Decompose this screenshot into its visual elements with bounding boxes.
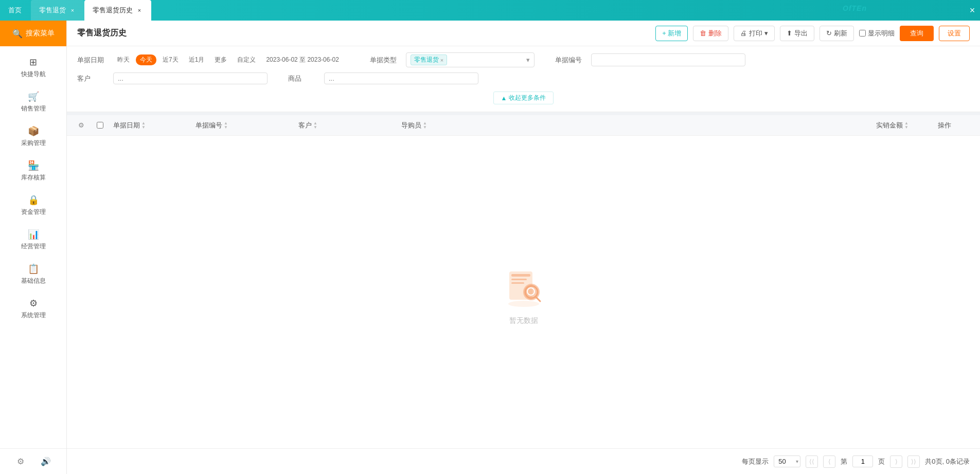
retail-return-close-icon[interactable]: ×: [69, 7, 76, 14]
th-date-label: 单据日期: [113, 121, 140, 130]
tab-bar: 首页 零售退货 × 零售退货历史 ×: [0, 0, 965, 21]
customer-input[interactable]: [113, 72, 268, 84]
export-label: 导出: [794, 29, 808, 38]
refresh-button[interactable]: ↻ 刷新: [819, 26, 854, 41]
th-guide[interactable]: 导购员 ▲▼: [397, 121, 474, 130]
th-amount-label: 实销金额: [876, 121, 903, 130]
goods-search-input[interactable]: [329, 75, 415, 82]
sidebar-audio-button[interactable]: 🔊: [38, 454, 54, 469]
doc-type-tag-remove[interactable]: ×: [440, 57, 443, 63]
th-ops-label: 操作: [938, 121, 951, 130]
date-range-display: 2023-06-02 至 2023-06-02: [266, 56, 338, 64]
th-code-sort-icon[interactable]: ▲▼: [224, 121, 228, 130]
ops-mgmt-icon: 📊: [28, 229, 39, 240]
th-code[interactable]: 单据编号 ▲▼: [191, 121, 294, 130]
th-amount[interactable]: 实销金额 ▲▼: [872, 121, 934, 130]
doc-type-input[interactable]: 零售退货 × ▾: [406, 52, 534, 67]
filter-row-date: 单据日期 昨天 今天 近7天 近1月 更多 自定义 2023-06-02 至 2…: [77, 52, 970, 67]
page-header: 零售退货历史 + 新增 🗑 删除 🖨 打印 ▾ ⬆ 导出 ↻ 刷新: [67, 21, 980, 46]
th-amount-sort-icon[interactable]: ▲▼: [904, 121, 908, 130]
sidebar-item-label-purchase-mgmt: 采购管理: [21, 139, 46, 148]
sys-mgmt-icon: ⚙: [28, 298, 39, 309]
sidebar-item-label-sys-mgmt: 系统管理: [21, 311, 46, 320]
sidebar-settings-icon: ⚙: [17, 457, 24, 466]
th-date-sort-icon[interactable]: ▲▼: [141, 121, 146, 130]
table-settings-icon[interactable]: ⚙: [72, 121, 91, 129]
settings-button[interactable]: 设置: [939, 26, 970, 41]
display-detail-checkbox[interactable]: 显示明细: [859, 29, 895, 38]
export-button[interactable]: ⬆ 导出: [780, 26, 814, 41]
tab-retail-return[interactable]: 零售退货 ×: [31, 0, 84, 21]
sidebar-item-fund-mgmt[interactable]: 🔒 资金管理: [0, 188, 66, 223]
sidebar-item-sys-mgmt[interactable]: ⚙ 系统管理: [0, 291, 66, 326]
sidebar: 🔍 搜索菜单 ⊞ 快捷导航 🛒 销售管理 📦 采购管理 🏪 库存核算 🔒: [0, 21, 67, 474]
doc-no-input[interactable]: [591, 53, 745, 66]
print-button[interactable]: 🖨 打印 ▾: [734, 26, 775, 41]
filter-area: 单据日期 昨天 今天 近7天 近1月 更多 自定义 2023-06-02 至 2…: [67, 46, 980, 112]
th-date[interactable]: 单据日期 ▲▼: [109, 121, 191, 130]
fund-mgmt-icon: 🔒: [28, 194, 39, 206]
per-page-select[interactable]: 50 10 20 100: [774, 455, 800, 467]
sidebar-item-base-info[interactable]: 📋 基础信息: [0, 257, 66, 291]
retail-return-history-tab-label: 零售退货历史: [93, 6, 133, 15]
print-label: 打印: [749, 29, 762, 38]
sidebar-item-label-quick-nav: 快捷导航: [21, 70, 46, 79]
collapse-button[interactable]: ▲ 收起更多条件: [493, 92, 554, 104]
sidebar-settings-button[interactable]: ⚙: [13, 454, 28, 469]
per-page-label: 每页显示: [742, 457, 769, 466]
display-detail-label: 显示明细: [868, 29, 895, 38]
customer-search-input[interactable]: [118, 75, 204, 82]
display-detail-input[interactable]: [859, 30, 866, 37]
sidebar-bottom: ⚙ 🔊: [0, 448, 66, 474]
sidebar-item-label-sales-mgmt: 销售管理: [21, 104, 46, 113]
date-option-custom[interactable]: 自定义: [233, 54, 260, 65]
first-page-button[interactable]: ⟨⟨: [806, 455, 818, 468]
collapse-label: 收起更多条件: [509, 94, 546, 102]
sidebar-item-quick-nav[interactable]: ⊞ 快捷导航: [0, 50, 66, 85]
date-option-more[interactable]: 更多: [210, 54, 231, 65]
sidebar-item-purchase-mgmt[interactable]: 📦 采购管理: [0, 119, 66, 154]
th-customer[interactable]: 客户 ▲▼: [294, 121, 397, 130]
last-page-button[interactable]: ⟩⟩: [907, 455, 920, 468]
sidebar-audio-icon: 🔊: [41, 457, 51, 466]
date-option-today[interactable]: 今天: [136, 54, 156, 65]
quick-nav-icon: ⊞: [28, 57, 39, 68]
date-option-last7[interactable]: 近7天: [158, 54, 183, 65]
query-button[interactable]: 查询: [900, 26, 934, 41]
table-select-all-col[interactable]: [91, 122, 109, 129]
pagination: 每页显示 50 10 20 100 ▾ ⟨⟨ ⟨ 第 页 ⟩ ⟩⟩ 共0页: [67, 448, 980, 474]
retail-return-history-close-icon[interactable]: ×: [136, 7, 143, 14]
th-customer-sort-icon[interactable]: ▲▼: [313, 121, 317, 130]
window-close-button[interactable]: ×: [965, 3, 980, 18]
doc-type-chevron-icon: ▾: [526, 56, 530, 64]
page-number-input[interactable]: [852, 455, 873, 467]
tab-home[interactable]: 首页: [0, 0, 30, 21]
select-all-checkbox[interactable]: [97, 122, 103, 129]
delete-button[interactable]: 🗑 删除: [693, 26, 728, 41]
svg-point-0: [508, 301, 539, 307]
print-chevron-icon: ▾: [764, 29, 768, 37]
th-guide-sort-icon[interactable]: ▲▼: [423, 121, 427, 130]
main-layout: 🔍 搜索菜单 ⊞ 快捷导航 🛒 销售管理 📦 采购管理 🏪 库存核算 🔒: [0, 21, 980, 474]
date-option-yesterday[interactable]: 昨天: [113, 54, 134, 65]
tab-retail-return-history[interactable]: 零售退货历史 ×: [84, 0, 151, 21]
th-ops: 操作: [934, 121, 975, 130]
date-filter-label: 单据日期: [77, 56, 113, 65]
sidebar-item-ops-mgmt[interactable]: 📊 经营管理: [0, 223, 66, 257]
date-option-last1m[interactable]: 近1月: [185, 54, 209, 65]
collapse-row: ▲ 收起更多条件: [77, 89, 970, 108]
sidebar-item-sales-mgmt[interactable]: 🛒 销售管理: [0, 85, 66, 119]
page-suffix-label: 页: [878, 457, 885, 466]
new-button[interactable]: + 新增: [655, 26, 688, 41]
doc-no-filter-label: 单据编号: [555, 56, 591, 65]
prev-page-button[interactable]: ⟨: [823, 455, 835, 468]
goods-input[interactable]: [324, 72, 478, 84]
next-page-button[interactable]: ⟩: [890, 455, 902, 468]
sales-mgmt-icon: 🛒: [28, 91, 39, 102]
sidebar-item-inventory-calc[interactable]: 🏪 库存核算: [0, 154, 66, 188]
empty-text: 暂无数据: [509, 316, 538, 325]
sidebar-search[interactable]: 🔍 搜索菜单: [0, 21, 66, 46]
date-options: 昨天 今天 近7天 近1月 更多 自定义: [113, 54, 260, 65]
inventory-calc-icon: 🏪: [28, 160, 39, 171]
top-bar: 首页 零售退货 × 零售退货历史 × OfTEn ×: [0, 0, 980, 21]
